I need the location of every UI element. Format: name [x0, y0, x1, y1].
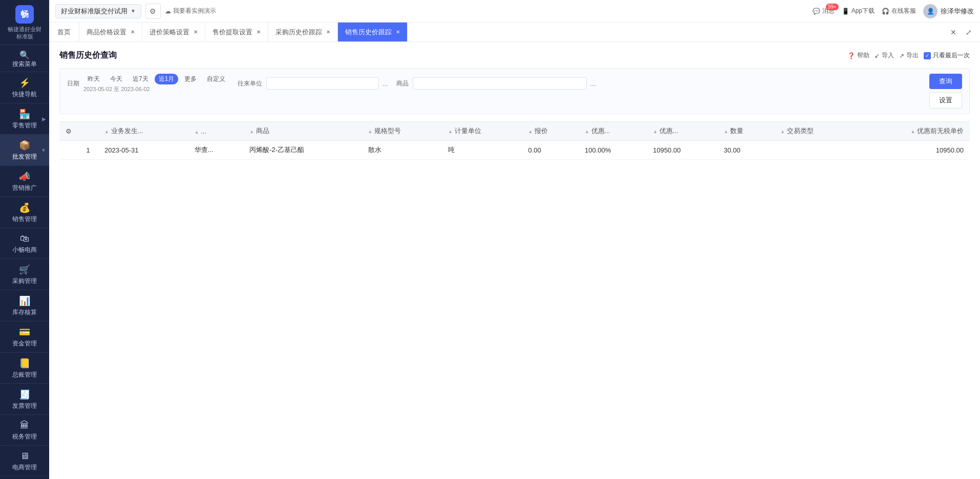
table-body: 1 2023-05-31 华查... 丙烯酸-2-乙基己酯 散水 吨 0.00 …	[59, 141, 970, 160]
tab-purchase-strategy-label: 进价策略设置	[150, 28, 189, 37]
col-discount1[interactable]: ▲ 优惠...	[579, 122, 647, 141]
sidebar-item-inventory[interactable]: 📊 库存核算	[0, 290, 49, 321]
person-icon: 👤	[927, 8, 934, 15]
date-btn-more[interactable]: 更多	[180, 74, 201, 84]
sidebar: 畅 畅捷通好业财 标准版 🔍 搜索菜单 ⚡ 快捷导航 🏪 零售管理 ▶ 📦 批发…	[0, 0, 49, 479]
sidebar-item-tax[interactable]: 🏛 税务管理	[0, 415, 49, 446]
sidebar-item-wholesale[interactable]: 📦 批发管理 ▼	[0, 135, 49, 166]
sort-asc-icon-8: ▲	[653, 129, 657, 134]
sidebar-item-ecommerce[interactable]: 🖥 电商管理	[0, 446, 49, 476]
tab-sales-history[interactable]: 销售历史价跟踪 ✕	[338, 23, 408, 42]
date-btn-yesterday[interactable]: 昨天	[83, 74, 104, 84]
online-service-button[interactable]: 🎧 在线客服	[882, 7, 916, 15]
date-btn-last1m[interactable]: 近1月	[155, 74, 179, 84]
tab-home[interactable]: 首页	[49, 23, 79, 42]
user-area[interactable]: 👤 徐泽华修改	[923, 4, 974, 18]
sort-asc-icon-6: ▲	[528, 129, 533, 134]
topbar-gear-button[interactable]: ⚙	[145, 4, 161, 19]
sort-asc-icon-3: ▲	[249, 129, 254, 134]
col-business-date[interactable]: ▲ 业务发生...	[98, 122, 188, 141]
table-row: 1 2023-05-31 华查... 丙烯酸-2-乙基己酯 散水 吨 0.00 …	[59, 141, 970, 160]
col-more[interactable]: ▲ ...	[188, 122, 244, 141]
import-button[interactable]: ↙ 导入	[875, 51, 894, 60]
sort-asc-icon-2: ▲	[195, 129, 199, 135]
date-range-display: 2023-05-02 至 2023-06-02	[83, 85, 229, 93]
sidebar-search[interactable]: 🔍 搜索菜单	[0, 45, 49, 72]
gear-col-icon: ⚙	[66, 127, 72, 135]
tab-purchase-strategy-close-icon[interactable]: ✕	[194, 29, 198, 35]
logo-icon: 畅	[15, 5, 34, 24]
demo-link[interactable]: ☁ 我要看实例演示	[165, 7, 216, 15]
tab-price-extract[interactable]: 售价提取设置 ✕	[205, 23, 268, 42]
date-options: 昨天 今天 近7天 近1月 更多 自定义	[83, 74, 229, 84]
ledger-icon: 📒	[19, 358, 30, 369]
sidebar-item-ecommerce-small[interactable]: 🛍 小畅电商	[0, 228, 49, 259]
only-last-checkbox[interactable]: ✓ 只看最后一次	[924, 51, 970, 60]
source-unit-input[interactable]	[266, 77, 379, 90]
sidebar-item-invoice[interactable]: 🧾 发票管理	[0, 384, 49, 415]
checkbox-checked-icon: ✓	[924, 52, 931, 59]
export-button[interactable]: ↗ 导出	[899, 51, 919, 60]
sidebar-item-marketing[interactable]: 📣 营销推广	[0, 166, 49, 197]
tab-purchase-history[interactable]: 采购历史价跟踪 ✕	[268, 23, 338, 42]
tab-price-extract-close-icon[interactable]: ✕	[257, 29, 261, 35]
product-dots-button[interactable]: ...	[590, 79, 596, 88]
col-product[interactable]: ▲ 商品	[243, 122, 361, 141]
topbar-left: 好业财标准版交付试用 ▼ ⚙ ☁ 我要看实例演示	[55, 4, 813, 19]
date-btn-last7[interactable]: 近7天	[129, 74, 153, 84]
col-gear[interactable]: ⚙	[59, 122, 78, 141]
col-price[interactable]: ▲ 报价	[522, 122, 579, 141]
tab-sales-history-close-icon[interactable]: ✕	[396, 29, 400, 35]
tab-product-price[interactable]: 商品价格设置 ✕	[79, 23, 142, 42]
finance-icon: 💳	[19, 326, 30, 338]
col-transaction-type[interactable]: ▲ 交易类型	[774, 122, 855, 141]
product-input[interactable]	[413, 77, 587, 90]
tab-selector-arrow-icon: ▼	[131, 8, 136, 14]
source-unit-dots-button[interactable]: ...	[382, 79, 388, 88]
col-spec[interactable]: ▲ 规格型号	[362, 122, 442, 141]
sidebar-item-finance[interactable]: 💳 资金管理	[0, 321, 49, 353]
row-unit: 吨	[442, 141, 522, 160]
settings-button[interactable]: 设置	[929, 92, 962, 108]
sidebar-item-purchase[interactable]: 🛒 采购管理	[0, 259, 49, 290]
product-filter-group: 商品 ...	[396, 77, 596, 90]
sidebar-item-ledger[interactable]: 📒 总账管理	[0, 353, 49, 384]
col-discount2[interactable]: ▲ 优惠...	[647, 122, 717, 141]
source-unit-input-group: ...	[266, 77, 388, 90]
col-unit[interactable]: ▲ 计量单位	[442, 122, 522, 141]
sort-asc-icon: ▲	[104, 129, 109, 134]
sidebar-item-quick-nav[interactable]: ⚡ 快捷导航	[0, 72, 49, 103]
date-btn-custom[interactable]: 自定义	[203, 74, 229, 84]
sidebar-item-retail[interactable]: 🏪 零售管理 ▶	[0, 103, 49, 135]
col-pretax-price[interactable]: ▲ 优惠前无税单价	[855, 122, 970, 141]
app-download-button[interactable]: 📱 App下载	[842, 7, 875, 15]
window-close-button[interactable]: ✕	[946, 25, 961, 39]
help-button[interactable]: ❓ 帮助	[847, 51, 869, 60]
sort-asc-icon-7: ▲	[585, 129, 589, 134]
tab-selector[interactable]: 好业财标准版交付试用 ▼	[55, 4, 141, 18]
row-business-date: 2023-05-31	[98, 141, 188, 160]
export-label: 导出	[906, 51, 919, 60]
col-quantity[interactable]: ▲ 数量	[717, 122, 774, 141]
avatar: 👤	[923, 4, 938, 18]
tab-product-price-close-icon[interactable]: ✕	[131, 29, 135, 35]
message-button[interactable]: 💬 消息 99+	[813, 7, 835, 15]
tab-purchase-strategy[interactable]: 进价策略设置 ✕	[142, 23, 205, 42]
logo-text: 畅捷通好业财 标准版	[8, 26, 41, 40]
message-badge: 99+	[826, 4, 839, 10]
date-btn-today[interactable]: 今天	[106, 74, 126, 84]
query-button[interactable]: 查询	[929, 74, 962, 89]
data-table: ⚙ ▲ 业务发生... ▲ ... ▲ 商品	[59, 121, 970, 160]
help-label: 帮助	[857, 51, 869, 60]
sidebar-item-sales[interactable]: 💰 销售管理	[0, 197, 49, 228]
sidebar-item-fixed-assets[interactable]: 🏗 固定资产	[0, 476, 49, 479]
headset-icon: 🎧	[882, 8, 889, 15]
tax-icon: 🏛	[20, 420, 29, 431]
row-price: 0.00	[522, 141, 579, 160]
invoice-icon: 🧾	[19, 389, 30, 400]
filter-section: 日期 昨天 今天 近7天 近1月 更多 自定义 2023-05-02 至 202…	[59, 68, 970, 114]
window-expand-button[interactable]: ⤢	[962, 25, 976, 39]
only-last-label: 只看最后一次	[933, 51, 970, 60]
page-header: 销售历史价查询 ❓ 帮助 ↙ 导入 ↗ 导出 ✓ 只看最后一次	[59, 50, 970, 61]
tab-purchase-history-close-icon[interactable]: ✕	[326, 29, 330, 35]
